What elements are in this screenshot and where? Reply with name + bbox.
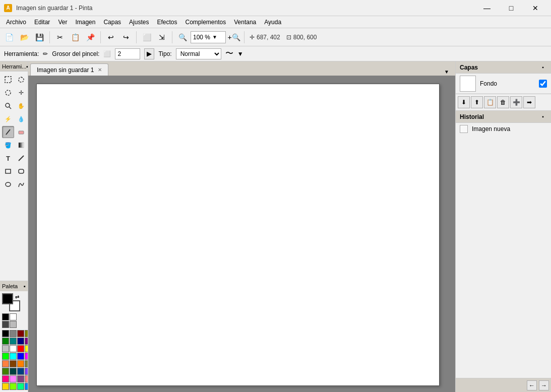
tool-lasso-select[interactable] bbox=[15, 74, 27, 86]
palette-color-30[interactable] bbox=[17, 383, 24, 390]
crop-button[interactable]: ⬜ bbox=[140, 30, 154, 44]
brush-type-select[interactable]: Normal Suave Duro bbox=[176, 48, 221, 59]
palette-color-22[interactable] bbox=[17, 368, 24, 375]
menu-complementos[interactable]: Complementos bbox=[181, 16, 230, 28]
layer-move-down-btn[interactable]: ⬇ bbox=[458, 96, 470, 108]
tool-ellipse[interactable] bbox=[2, 178, 14, 190]
palette-color-11[interactable] bbox=[25, 345, 28, 352]
layer-visibility-checkbox[interactable] bbox=[539, 80, 547, 88]
palette-color-19[interactable] bbox=[25, 360, 28, 367]
tool-paint-bucket[interactable]: 🪣 bbox=[2, 139, 14, 151]
minimize-button[interactable]: — bbox=[475, 0, 499, 16]
history-panel-collapse[interactable]: ▪ bbox=[539, 113, 547, 121]
palette-color-9[interactable] bbox=[10, 345, 17, 352]
palette-color-4[interactable] bbox=[2, 338, 9, 345]
menu-ventana[interactable]: Ventana bbox=[230, 16, 260, 28]
palette-color-5[interactable] bbox=[10, 338, 17, 345]
palette-color-25[interactable] bbox=[10, 375, 17, 382]
palette-color-14[interactable] bbox=[17, 353, 24, 360]
undo-button[interactable]: ↩ bbox=[104, 30, 118, 44]
color-dark-gray[interactable] bbox=[2, 321, 9, 328]
copy-button[interactable]: 📋 bbox=[68, 30, 82, 44]
tool-line[interactable] bbox=[15, 152, 27, 164]
palette-color-7[interactable] bbox=[25, 338, 28, 345]
tool-freeform[interactable] bbox=[15, 178, 27, 190]
menu-ayuda[interactable]: Ayuda bbox=[260, 16, 285, 28]
layer-move-up-btn[interactable]: ⬆ bbox=[471, 96, 483, 108]
palette-color-16[interactable] bbox=[2, 360, 9, 367]
tab-close-button[interactable]: ✕ bbox=[98, 67, 102, 73]
brush-size-input[interactable] bbox=[115, 48, 140, 59]
maximize-button[interactable]: □ bbox=[500, 0, 523, 16]
history-item-0[interactable]: Imagen nueva bbox=[456, 123, 551, 135]
palette-color-20[interactable] bbox=[2, 368, 9, 375]
layer-item-fondo[interactable]: Fondo bbox=[456, 74, 551, 94]
palette-color-12[interactable] bbox=[2, 353, 9, 360]
new-button[interactable]: 📄 bbox=[2, 30, 16, 44]
open-button[interactable]: 📂 bbox=[17, 30, 31, 44]
menu-editar[interactable]: Editar bbox=[30, 16, 54, 28]
close-button[interactable]: ✕ bbox=[524, 0, 547, 16]
tool-rectangle[interactable] bbox=[2, 165, 14, 177]
brush-size-increment[interactable]: ▶ bbox=[144, 48, 154, 59]
palette-color-8[interactable] bbox=[2, 345, 9, 352]
tool-text[interactable]: T bbox=[2, 152, 14, 164]
menu-capas[interactable]: Capas bbox=[99, 16, 125, 28]
resize-button[interactable]: ⇲ bbox=[155, 30, 169, 44]
canvas-scroll-area[interactable] bbox=[28, 76, 455, 392]
menu-imagen[interactable]: Imagen bbox=[71, 16, 99, 28]
palette-color-3[interactable] bbox=[25, 330, 28, 337]
layer-duplicate-btn[interactable]: 📋 bbox=[484, 96, 496, 108]
color-black[interactable] bbox=[2, 313, 9, 320]
color-white[interactable] bbox=[10, 313, 17, 320]
tool-eraser[interactable] bbox=[15, 126, 27, 138]
menu-efectos[interactable]: Efectos bbox=[153, 16, 181, 28]
menu-archivo[interactable]: Archivo bbox=[2, 16, 30, 28]
palette-color-31[interactable] bbox=[25, 383, 28, 390]
palette-color-24[interactable] bbox=[2, 375, 9, 382]
palette-color-13[interactable] bbox=[10, 353, 17, 360]
tool-rounded-rect[interactable] bbox=[15, 165, 27, 177]
curve-dropdown[interactable]: ▼ bbox=[237, 50, 243, 57]
layers-panel-collapse[interactable]: ▪ bbox=[539, 63, 547, 72]
history-back-btn[interactable]: ← bbox=[527, 380, 537, 390]
palette-color-6[interactable] bbox=[17, 338, 24, 345]
fg-color-swatch[interactable] bbox=[2, 293, 13, 304]
menu-ver[interactable]: Ver bbox=[54, 16, 71, 28]
swap-colors-icon[interactable]: ⇄ bbox=[15, 294, 19, 300]
menu-ajustes[interactable]: Ajustes bbox=[125, 16, 153, 28]
palette-color-0[interactable] bbox=[2, 330, 9, 337]
canvas-tab-active[interactable]: Imagen sin guardar 1 ✕ bbox=[30, 63, 108, 76]
redo-button[interactable]: ↪ bbox=[119, 30, 133, 44]
tool-color-picker[interactable]: 💧 bbox=[15, 113, 27, 125]
layer-add-btn[interactable]: ➕ bbox=[510, 96, 522, 108]
history-forward-btn[interactable]: → bbox=[539, 380, 549, 390]
color-light-gray[interactable] bbox=[10, 321, 17, 328]
palette-color-17[interactable] bbox=[10, 360, 17, 367]
palette-color-26[interactable] bbox=[17, 375, 24, 382]
palette-color-29[interactable] bbox=[10, 383, 17, 390]
palette-color-28[interactable] bbox=[2, 383, 9, 390]
palette-collapse[interactable]: ▪ bbox=[24, 283, 26, 289]
palette-color-18[interactable] bbox=[17, 360, 24, 367]
tool-move[interactable]: ✛ bbox=[15, 87, 27, 99]
cut-button[interactable]: ✂ bbox=[53, 30, 67, 44]
zoom-selector[interactable]: 100 % ▼ bbox=[191, 31, 226, 43]
zoom-in-button[interactable]: +🔍 bbox=[227, 30, 241, 44]
layer-merge-btn[interactable]: ➡ bbox=[523, 96, 535, 108]
save-button[interactable]: 💾 bbox=[32, 30, 46, 44]
drawing-canvas[interactable] bbox=[36, 84, 440, 386]
palette-color-2[interactable] bbox=[17, 330, 24, 337]
zoom-out-button[interactable]: 🔍 bbox=[175, 30, 190, 44]
palette-color-23[interactable] bbox=[25, 368, 28, 375]
palette-color-15[interactable] bbox=[25, 353, 28, 360]
palette-color-1[interactable] bbox=[10, 330, 17, 337]
tool-zoom[interactable] bbox=[2, 100, 14, 112]
tool-gradient[interactable] bbox=[15, 139, 27, 151]
tool-magic-wand[interactable]: ⚡ bbox=[2, 113, 14, 125]
palette-color-21[interactable] bbox=[10, 368, 17, 375]
tool-hand[interactable]: ✋ bbox=[15, 100, 27, 112]
tab-dropdown-button[interactable]: ▼ bbox=[442, 68, 451, 76]
tool-ellipse-select[interactable] bbox=[2, 87, 14, 99]
paste-button[interactable]: 📌 bbox=[83, 30, 97, 44]
